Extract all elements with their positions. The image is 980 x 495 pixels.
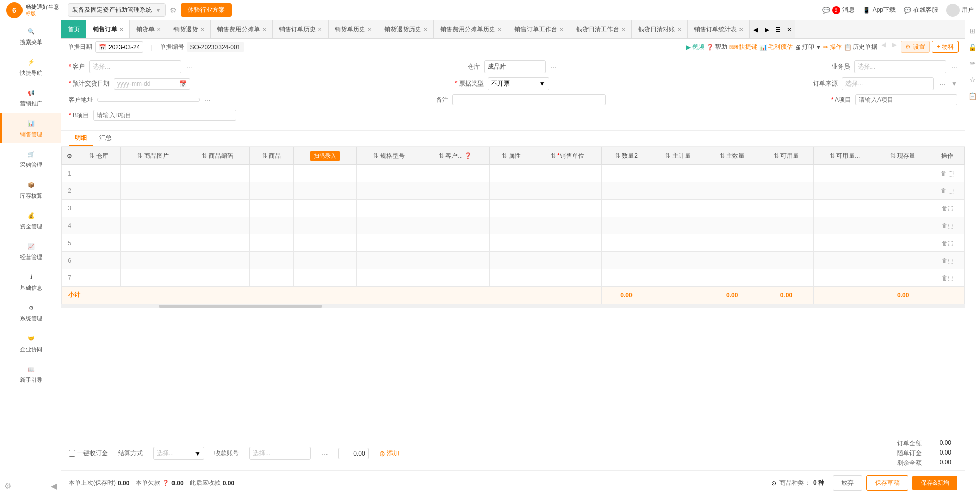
row-1-image[interactable]	[121, 165, 185, 182]
tab-stats[interactable]: 销售订单统计表 ✕	[688, 20, 750, 39]
row-1-available2[interactable]	[813, 165, 876, 182]
row-1-main-unit[interactable]	[651, 165, 705, 182]
row-1-copy-icon[interactable]: ⬚	[948, 170, 954, 177]
right-icon-2[interactable]: 🔒	[967, 41, 979, 53]
detail-tab-summary[interactable]: 汇总	[93, 131, 118, 146]
th-sales-unit[interactable]: ⇅ *销售单位	[533, 147, 602, 165]
tab-close-expense[interactable]: ✕	[262, 27, 266, 32]
invoice-select[interactable]: 不开票 ▼	[488, 77, 549, 90]
row-6-copy-icon[interactable]: ⬚	[948, 257, 953, 264]
row-1-available[interactable]	[759, 165, 814, 182]
th-code[interactable]: ⇅ 商品编码	[185, 147, 250, 165]
receipt-more-btn[interactable]: ···	[322, 449, 328, 458]
customer-input[interactable]: 选择...	[89, 60, 181, 73]
row-1-stock[interactable]	[876, 165, 930, 182]
tab-close-return[interactable]: ✕	[200, 27, 204, 32]
sidebar-item-sales[interactable]: 📊 销售管理	[0, 113, 61, 143]
row-2-scan[interactable]	[293, 182, 357, 200]
warehouse-input[interactable]: 成品库	[484, 60, 546, 73]
print-btn[interactable]: 🖨 打印 ▼	[795, 41, 821, 53]
sidebar-item-system[interactable]: ⚙ 系统管理	[0, 297, 61, 328]
row-1-warehouse[interactable]	[77, 165, 121, 182]
row-2-main-unit[interactable]	[651, 182, 705, 200]
row-2-product[interactable]	[250, 182, 293, 200]
warehouse-more-btn[interactable]: ···	[551, 63, 557, 71]
row-3-delete-icon[interactable]: 🗑	[942, 205, 948, 212]
settlement-select[interactable]: 选择... ▼	[153, 447, 204, 460]
row-2-attribute[interactable]	[489, 182, 533, 200]
row-1-code[interactable]	[185, 165, 250, 182]
tab-sales-order[interactable]: 销售订单 ✕	[86, 20, 130, 39]
receipt-input[interactable]: 选择...	[249, 447, 311, 460]
add-receipt-btn[interactable]: ⊕ 添加	[379, 449, 399, 458]
tab-sales-history[interactable]: 销货单历史 ✕	[329, 20, 378, 39]
row-1-spec[interactable]	[357, 165, 421, 182]
tab-sales[interactable]: 销货单 ✕	[130, 20, 167, 39]
delivery-date-input[interactable]: yyyy-mm-dd 📅	[114, 78, 190, 90]
th-main-unit[interactable]: ⇅ 主计量	[651, 147, 705, 165]
row-2-warehouse[interactable]	[77, 182, 121, 200]
sidebar-item-enterprise[interactable]: 🤝 企业协同	[0, 328, 61, 358]
tab-expense-history[interactable]: 销售费用分摊单历史 ✕	[434, 20, 508, 39]
customer-more-btn[interactable]: ···	[186, 63, 192, 71]
row-1-delete-icon[interactable]: 🗑	[941, 170, 947, 177]
row-6-delete-icon[interactable]: 🗑	[942, 257, 948, 264]
operation-btn[interactable]: ✏ 操作	[823, 41, 842, 53]
profit-btn[interactable]: 📊 毛利预估	[759, 41, 793, 53]
settings-bottom-icon[interactable]: ⚙	[4, 481, 11, 491]
app-download-btn[interactable]: 📱 App下载	[863, 6, 896, 14]
shortcut-btn[interactable]: ⌨ 快捷键	[729, 41, 757, 53]
right-icon-1[interactable]: ⊞	[967, 25, 979, 37]
scrollbar-thumb[interactable]	[159, 305, 322, 308]
tab-return[interactable]: 销货退货 ✕	[167, 20, 211, 39]
sidebar-item-search[interactable]: 🔍 搜索菜单	[0, 20, 61, 51]
salesman-more-btn[interactable]: ···	[951, 63, 957, 71]
row-1-qty2[interactable]	[602, 165, 651, 182]
row-1-product[interactable]	[250, 165, 293, 182]
th-image[interactable]: ⇅ 商品图片	[121, 147, 185, 165]
th-scan[interactable]: 扫码录入	[293, 147, 357, 165]
collapse-sidebar-btn[interactable]: ◀	[51, 481, 57, 491]
tab-expense[interactable]: 销售费用分摊单 ✕	[211, 20, 273, 39]
tab-next-btn[interactable]: ▶	[761, 20, 772, 39]
th-available2[interactable]: ⇅ 可用量...	[813, 147, 876, 165]
save-draft-btn[interactable]: 保存草稿	[866, 475, 908, 491]
tab-close-return-history[interactable]: ✕	[423, 27, 427, 32]
row-7-copy-icon[interactable]: ⬚	[948, 274, 953, 282]
add-goods-btn[interactable]: + 物料	[932, 41, 959, 53]
tab-close-cash-reconcile[interactable]: ✕	[677, 27, 681, 32]
row-1-attribute[interactable]	[489, 165, 533, 182]
tab-order-history[interactable]: 销售订单历史 ✕	[273, 20, 329, 39]
tab-home[interactable]: 首页	[61, 20, 86, 39]
b-project-input[interactable]	[93, 110, 236, 121]
detail-tab-items[interactable]: 明细	[69, 131, 93, 146]
order-source-more-btn[interactable]: ···	[939, 80, 945, 88]
row-2-spec[interactable]	[357, 182, 421, 200]
tab-close-order-history[interactable]: ✕	[318, 27, 322, 32]
tab-cash-workbench[interactable]: 钱货日清工作台 ✕	[570, 20, 632, 39]
row-5-delete-icon[interactable]: 🗑	[942, 240, 948, 247]
help-btn[interactable]: ❓ 帮助	[706, 41, 727, 53]
tab-close-all-btn[interactable]: ✕	[783, 20, 795, 39]
tab-return-history[interactable]: 销货退货历史 ✕	[378, 20, 434, 39]
salesman-input[interactable]: 选择...	[854, 60, 946, 73]
tab-close-sales-order[interactable]: ✕	[119, 27, 123, 32]
tab-close-order-workbench[interactable]: ✕	[559, 27, 563, 32]
history-btn[interactable]: 📋 历史单据	[844, 41, 877, 53]
settings-icon[interactable]: ⚙	[170, 6, 177, 14]
tab-prev-btn[interactable]: ◀	[750, 20, 761, 39]
th-spec[interactable]: ⇅ 规格型号	[357, 147, 421, 165]
a-project-input[interactable]	[855, 94, 957, 105]
scan-btn[interactable]: 扫码录入	[310, 151, 340, 161]
user-btn[interactable]: 用户	[946, 4, 974, 17]
setting-btn[interactable]: ⚙ 设置	[901, 41, 929, 53]
sidebar-item-purchase[interactable]: 🛒 采购管理	[0, 143, 61, 174]
one-click-checkbox-label[interactable]: 一键收订金	[69, 449, 108, 458]
right-icon-3[interactable]: ✏	[967, 57, 979, 70]
right-icon-5[interactable]: 📋	[967, 90, 979, 102]
row-2-image[interactable]	[121, 182, 185, 200]
th-customer[interactable]: ⇅ 客户... ❓	[421, 147, 489, 165]
sidebar-item-basic-info[interactable]: ℹ 基础信息	[0, 266, 61, 297]
row-2-available[interactable]	[759, 182, 814, 200]
th-settings[interactable]: ⚙	[62, 147, 77, 165]
